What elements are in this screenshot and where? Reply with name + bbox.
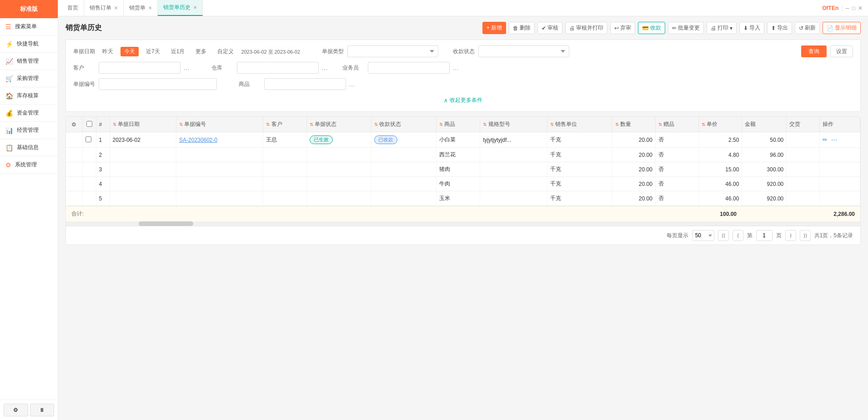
tab-sales-history[interactable]: 销货单历史 ✕ [158, 0, 203, 16]
th-customer[interactable]: ⇅ 客户 [263, 117, 306, 132]
th-goods[interactable]: ⇅ 商品 [436, 117, 480, 132]
show-detail-button[interactable]: 📄 显示明细 [823, 22, 861, 34]
warehouse-input[interactable] [237, 62, 319, 74]
date-tab-more[interactable]: 更多 [192, 47, 210, 56]
more-icon[interactable]: ⋯ [831, 136, 837, 143]
td-qty: 20.00 [612, 148, 655, 162]
abandon-label: 弃审 [620, 24, 631, 32]
page-number-input[interactable] [756, 230, 773, 241]
sidebar-item-inventory[interactable]: 🏠 库存核算 [0, 87, 58, 105]
goods-ellipsis[interactable]: … [349, 80, 355, 88]
per-page-select[interactable]: 50 100 200 [692, 230, 714, 241]
new-button[interactable]: + 新增 [482, 22, 506, 34]
date-tab-7days[interactable]: 近7天 [142, 47, 164, 56]
td-transaction [787, 177, 820, 191]
th-collect-status[interactable]: ⇅ 收款状态 [371, 117, 437, 132]
import-button[interactable]: ⬇ 导入 [739, 22, 764, 34]
doc-no-input[interactable] [99, 78, 217, 90]
page-next-btn[interactable]: ⟩ [785, 230, 796, 241]
tab-sales-order[interactable]: 销售订单 ✕ [84, 0, 124, 16]
date-tab-today[interactable]: 今天 [120, 47, 139, 56]
th-date[interactable]: ⇅ 单据日期 [110, 117, 176, 132]
tab-sales-order-close[interactable]: ✕ [114, 5, 118, 10]
page-content: 销货单历史 + 新增 🗑 删除 ✔ 审核 🖨 审核并打印 ↩ 弃审 [58, 16, 868, 420]
refresh-button[interactable]: ↺ 刷新 [795, 22, 820, 34]
doc-status-badge: 已生效 [310, 135, 333, 144]
edit-icon[interactable]: ✏ [823, 136, 828, 143]
th-unit[interactable]: ⇅ 销售单位 [547, 117, 612, 132]
tab-sales-delivery-close[interactable]: ✕ [148, 5, 152, 10]
sidebar-item-finance-mgmt[interactable]: 💰 资金管理 [0, 105, 58, 122]
scrollbar-thumb[interactable] [139, 221, 193, 226]
td-amount: 300.00 [742, 162, 787, 177]
page-first-btn[interactable]: ⟨⟨ [718, 230, 729, 241]
td-gear [66, 191, 82, 206]
pagination-info: 共1页，5条记录 [814, 232, 853, 240]
print-button[interactable]: 🖨 打印 ▾ [707, 22, 737, 34]
sidebar-item-base-info[interactable]: 📋 基础信息 [0, 139, 58, 156]
goods-input[interactable] [264, 78, 346, 90]
tab-sales-history-close[interactable]: ✕ [193, 5, 197, 10]
customer-ellipsis[interactable]: … [183, 64, 190, 71]
td-customer [263, 162, 306, 177]
close-window-icon[interactable]: ✕ [858, 5, 863, 11]
sidebar-expand-btn[interactable]: ⚙ [4, 404, 28, 416]
select-all-checkbox[interactable] [86, 121, 92, 127]
page-last-btn[interactable]: ⟩⟩ [800, 230, 811, 241]
date-tab-yesterday[interactable]: 昨天 [99, 47, 117, 56]
td-doc-no [176, 162, 263, 177]
date-display: 2023-06-02 至 2023-06-02 [241, 49, 300, 55]
batch-change-icon: ✏ [672, 25, 677, 31]
tab-home[interactable]: 首页 [62, 0, 84, 16]
th-spec[interactable]: ⇅ 规格型号 [480, 117, 547, 132]
sidebar-item-purchase-mgmt[interactable]: 🛒 采购管理 [0, 70, 58, 87]
warehouse-ellipsis[interactable]: … [321, 64, 328, 71]
page-header: 销货单历史 + 新增 🗑 删除 ✔ 审核 🖨 审核并打印 ↩ 弃审 [65, 22, 861, 34]
th-doc-status[interactable]: ⇅ 单据状态 [306, 117, 371, 132]
sidebar-item-system-mgmt[interactable]: ⚙ 系统管理 [0, 156, 58, 174]
doc-type-select[interactable] [347, 45, 438, 57]
query-button[interactable]: 查询 [801, 45, 827, 57]
filter-collapse-btn[interactable]: ∧ 收起更多条件 [73, 95, 853, 106]
sidebar-collapse-btn[interactable]: ⏸ [30, 404, 55, 416]
th-gear[interactable]: ⚙ [66, 117, 82, 132]
collect-status-label: 收款状态 [453, 48, 476, 55]
customer-input[interactable] [99, 62, 181, 74]
page-prev-btn[interactable]: ⟨ [733, 230, 743, 241]
batch-change-button[interactable]: ✏ 批量变更 [668, 22, 704, 34]
abandon-button[interactable]: ↩ 弃审 [610, 22, 635, 34]
staff-input[interactable] [368, 62, 450, 74]
row-checkbox[interactable] [85, 136, 91, 142]
tab-home-label: 首页 [67, 4, 78, 12]
date-tab-1month[interactable]: 近1月 [167, 47, 189, 56]
table-footer: 合计: 100.00 2,286.00 [66, 206, 860, 221]
customer-label: 客户 [73, 64, 96, 72]
set-button[interactable]: 设置 [830, 45, 853, 57]
delete-button[interactable]: 🗑 删除 [509, 22, 535, 34]
sidebar-item-sales-mgmt[interactable]: 📈 销售管理 [0, 53, 58, 70]
td-price: 4.80 [699, 148, 742, 162]
collect-status-select[interactable] [478, 45, 569, 57]
sidebar-item-search-menu[interactable]: ☰ 搜索菜单 [0, 18, 58, 35]
minimize-icon[interactable]: ─ [845, 5, 849, 11]
th-price[interactable]: ⇅ 单价 [699, 117, 742, 132]
td-action [820, 191, 860, 206]
export-button[interactable]: ⬆ 导出 [767, 22, 792, 34]
tab-sales-delivery[interactable]: 销货单 ✕ [124, 0, 158, 16]
sidebar-item-quick-nav[interactable]: ⚡ 快捷导航 [0, 35, 58, 53]
date-tab-custom[interactable]: 自定义 [214, 47, 237, 56]
th-gift[interactable]: ⇅ 赠品 [655, 117, 698, 132]
th-qty[interactable]: ⇅ 数量 [612, 117, 655, 132]
th-doc-no[interactable]: ⇅ 单据编号 [176, 117, 263, 132]
doc-no-link[interactable]: SA-20230602-0 [179, 137, 217, 143]
maximize-icon[interactable]: □ [852, 5, 855, 11]
collect-button[interactable]: 💳 收款 [638, 22, 665, 34]
staff-ellipsis[interactable]: … [452, 64, 459, 71]
td-spec: tyjytjytyjdf... [480, 132, 547, 148]
sidebar-item-operation-mgmt[interactable]: 📊 经营管理 [0, 122, 58, 139]
td-gear [66, 162, 82, 177]
audit-button[interactable]: ✔ 审核 [537, 22, 562, 34]
date-label: 单据日期 [73, 48, 96, 55]
audit-print-button[interactable]: 🖨 审核并打印 [565, 22, 607, 34]
horizontal-scrollbar[interactable] [66, 221, 860, 226]
